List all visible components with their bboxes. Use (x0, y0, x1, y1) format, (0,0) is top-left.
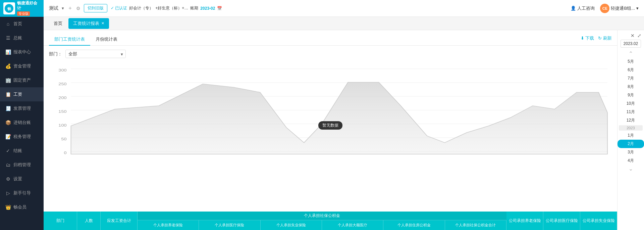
member-icon: 👑 (5, 204, 11, 210)
sidebar-label-ledger: 总账 (13, 35, 22, 41)
th-company-pension-label: 公司承担养老保险 (509, 218, 541, 224)
calendar-icon[interactable]: 📅 (217, 6, 222, 11)
home-icon: ⌂ (5, 21, 11, 27)
svg-text:250: 250 (58, 82, 66, 86)
period-label: 账期 (190, 5, 198, 11)
year-label[interactable]: 2023.02 (621, 40, 641, 48)
filter-dept-select[interactable]: 全部 研发部 销售部 行政部 财务部 (65, 50, 126, 58)
svg-text:300: 300 (58, 68, 66, 73)
th-company-unemployment: 公司承担失业保险 (580, 212, 617, 230)
month-item-11[interactable]: 11月 (618, 108, 644, 116)
download-button[interactable]: ⬇ 下载 (581, 35, 594, 41)
sidebar-item-salary[interactable]: 📋 工资 (0, 87, 44, 101)
month-7-label: 7月 (628, 76, 634, 81)
sidebar-item-guide[interactable]: ▷ 新手引导 (0, 186, 44, 200)
th-personal-unemployment: 个人承担失业保险 (261, 220, 322, 230)
switch-old-button[interactable]: 切到旧版 (84, 4, 107, 12)
download-icon: ⬇ (581, 36, 584, 41)
svg-text:畅: 畅 (7, 7, 11, 11)
user-menu[interactable]: CE 轻捷通B组... ▾ (600, 4, 639, 13)
checkout-icon: ✓ (5, 148, 11, 153)
user-dropdown-icon: ▾ (636, 6, 639, 11)
sub-tab-dept-label: 部门工资统计表 (54, 37, 85, 42)
salary-icon: 📋 (5, 92, 11, 97)
tab-salary-stats[interactable]: 工资统计报表 ✕ (68, 18, 109, 29)
month-item-9[interactable]: 9月 (618, 91, 644, 99)
sidebar-item-assets[interactable]: 🏢 固定资产 (0, 73, 44, 87)
main-area: 测试 ▾ ＋ ⚙ 切到旧版 ✓ 已认证 好会计（专） +好生意（标）+… 账期 … (44, 0, 644, 230)
archive-icon: 🗂 (5, 162, 11, 168)
month-item-3[interactable]: 3月 (618, 148, 644, 156)
month-item-10[interactable]: 10月 (618, 99, 644, 108)
month-5-label: 5月 (628, 59, 634, 64)
month-item-7[interactable]: 7月 (618, 74, 644, 83)
month-11-label: 11月 (627, 109, 635, 114)
topbar-gear[interactable]: ⚙ (76, 6, 80, 11)
month-item-8[interactable]: 8月 (618, 83, 644, 91)
th-personal-critical-label: 个人承担大额医疗 (338, 223, 367, 227)
tab-salary-stats-close[interactable]: ✕ (101, 21, 104, 26)
th-personal-group-cells: 个人承担养老保险 个人承担医疗保险 个人承担失业保险 个人承担大额医疗 个人承担 (138, 220, 506, 230)
company-dropdown[interactable]: ▾ (62, 6, 64, 11)
content-main: 部门工资统计表 月份统计表 ⬇ 下载 ↻ 刷新 (44, 30, 617, 230)
sidebar-label-tax: 税务管理 (13, 134, 31, 140)
download-label: 下载 (585, 36, 594, 41)
sidebar-item-trade[interactable]: 📦 进销台账 (0, 116, 44, 130)
chart-container: 0 50 100 150 200 250 300 350 (49, 65, 612, 173)
month-item-2[interactable]: 2月 (618, 140, 644, 148)
sidebar-item-tax[interactable]: 📝 税务管理 (0, 130, 44, 144)
th-personal-housing: 个人承担住房公积金 (383, 220, 445, 230)
month-item-4[interactable]: 4月 (618, 156, 644, 165)
svg-text:200: 200 (58, 96, 66, 100)
th-personal-group: 个人承担社保公积金 个人承担养老保险 个人承担医疗保险 个人承担失业保险 (138, 212, 506, 230)
sidebar-label-checkout: 结账 (13, 148, 22, 154)
sub-tab-monthly-label: 月份统计表 (96, 37, 117, 42)
month-3-label: 3月 (628, 150, 634, 154)
th-personal-group-header: 个人承担社保公积金 (138, 212, 506, 220)
scroll-down-button[interactable]: ⌄ (628, 165, 634, 173)
year-2023-label: 2023 (619, 125, 643, 131)
sidebar-item-ledger[interactable]: ☰ 总账 (0, 31, 44, 45)
month-item-1[interactable]: 1月 (618, 131, 644, 140)
sidebar-item-invoice[interactable]: 🧾 发票管理 (0, 101, 44, 116)
logo-name: 畅捷通好会计 (17, 1, 40, 11)
avatar-text: CE (602, 6, 607, 10)
sub-tab-dept[interactable]: 部门工资统计表 (49, 34, 90, 46)
sidebar-item-archive[interactable]: 🗂 归档管理 (0, 158, 44, 172)
topbar-plus[interactable]: ＋ (67, 5, 73, 12)
scroll-up-button[interactable]: ⌃ (628, 50, 634, 57)
sidebar-item-reports[interactable]: 📊 报表中心 (0, 45, 44, 59)
svg-text:0: 0 (64, 151, 66, 155)
month-item-5[interactable]: 5月 (618, 57, 644, 66)
sidebar-item-settings[interactable]: ⚙ 设置 (0, 172, 44, 186)
guide-icon: ▷ (5, 190, 11, 196)
invoice-icon: 🧾 (5, 106, 11, 111)
reports-icon: 📊 (5, 49, 11, 55)
funds-icon: 💰 (5, 63, 11, 69)
sub-tab-monthly[interactable]: 月份统计表 (90, 34, 123, 46)
consult-button[interactable]: 👤 人工咨询 (571, 5, 595, 11)
sidebar-item-member[interactable]: 👑 畅会员 (0, 200, 44, 214)
topbar-status: ✓ 已认证 好会计（专） +好生意（标）+… 账期 2023-02 📅 (111, 5, 222, 11)
month-item-12[interactable]: 12月 (618, 116, 644, 125)
expand-panel-icon[interactable]: ⤢ (637, 33, 641, 38)
month-4-label: 4月 (628, 158, 634, 163)
close-panel-icon[interactable]: ✕ (631, 33, 635, 38)
right-panel: ✕ ⤢ 2023.02 ⌃ 5月 6月 7月 8月 9月 10月 (617, 30, 644, 230)
sidebar-item-home[interactable]: ⌂ 首页 (0, 17, 44, 31)
th-company-medical: 公司承担医疗保险 (543, 212, 580, 230)
logo-icon: 畅 (3, 2, 15, 14)
refresh-button[interactable]: ↻ 刷新 (598, 35, 612, 41)
sidebar-item-funds[interactable]: 💰 资金管理 (0, 59, 44, 73)
svg-text:100: 100 (58, 123, 66, 128)
month-item-6[interactable]: 6月 (618, 66, 644, 74)
filter-dept-wrap: 全部 研发部 销售部 行政部 财务部 (65, 50, 126, 58)
consult-label: 人工咨询 (577, 5, 595, 11)
sidebar-label-guide: 新手引导 (13, 190, 31, 196)
month-10-label: 10月 (627, 101, 635, 106)
th-personal-medical: 个人承担医疗保险 (199, 220, 260, 230)
sidebar-item-checkout[interactable]: ✓ 结账 (0, 144, 44, 158)
th-personal-total-label: 个人承担社保公积金合计 (455, 223, 496, 227)
company-name: 测试 (49, 5, 58, 11)
tab-home[interactable]: 首页 (49, 18, 67, 29)
